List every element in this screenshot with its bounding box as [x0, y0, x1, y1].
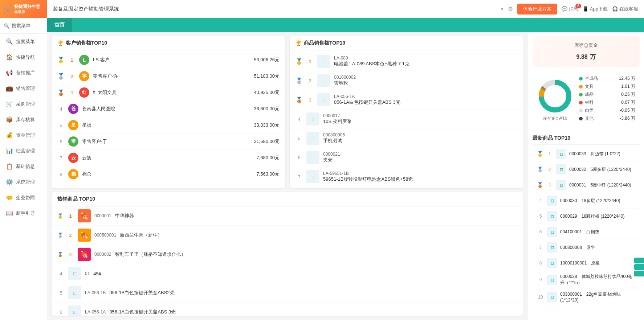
product-name: 电池盖 LA-089 ABS本色+黑种 7.1克	[334, 61, 409, 67]
list-item: 🥇 1 🍖 0000001 中华神器	[52, 206, 523, 226]
messages-button[interactable]: 💬 消息 6	[562, 6, 578, 12]
search-icon: 🔍	[4, 23, 9, 29]
rank-name: 零售客户·许	[93, 73, 250, 79]
table-row: 7 ◻ LA-59651-1B 59651-1B旋转投影灯电池盒ABS黑色+58…	[290, 167, 523, 186]
table-row: 🥈 2 ◻ 001000002 雪地靴	[290, 71, 523, 90]
dropdown-icon[interactable]: ▾	[501, 5, 504, 12]
legend-name: 材料	[585, 99, 619, 106]
product-code: LA-59651-1B	[323, 171, 413, 176]
product-img: ◻	[306, 170, 319, 183]
settings-icon[interactable]: ⚙	[508, 5, 513, 12]
legend-item: 其他 -3.86 万	[579, 115, 635, 122]
list-item: 🥉 3 🍖 0000002 智利车子里（规格不知道填什么）	[52, 245, 523, 264]
sidebar-item-8[interactable]: 📋基础信息	[0, 159, 47, 174]
product-ranking-title: 商品销售额TOP10	[304, 40, 345, 46]
trophy-icon: 🥇	[57, 57, 65, 63]
main-content: 装备及固定资产辅助管理系统 ▾ ⚙ 体验行业方案 💬 消息 6 📱 App下载 …	[47, 0, 644, 320]
list-item: 🥈 2 🍖 000500001 新西兰牛肉（新牛）	[52, 226, 523, 245]
sidebar-item-11[interactable]: 📖新手引导	[0, 205, 47, 221]
newest-img: ◻	[547, 242, 557, 253]
legend-name: 肉类	[585, 107, 617, 114]
product-code: LA-056-1A	[85, 309, 106, 315]
legend-item: 材料 0.07 万	[579, 99, 635, 106]
float-btn-community[interactable]: 服务社区	[634, 264, 644, 270]
sidebar-item-2[interactable]: 📢营销推广	[0, 65, 47, 81]
sidebar-item-10[interactable]: 🤝企业协同	[0, 190, 47, 205]
float-btn-live[interactable]: 直播	[634, 271, 644, 276]
rank-number: 4	[57, 106, 65, 112]
logo-title: 畅捷通好生意	[14, 4, 40, 10]
rank-amount: 7,563.00元	[256, 171, 280, 177]
sidebar-item-7[interactable]: 📊经营管理	[0, 143, 47, 159]
sidebar-search-area[interactable]: 🔍 搜索菜单	[0, 18, 47, 34]
newest-img: ◻	[556, 180, 566, 190]
sidebar-item-0[interactable]: 🔍搜索菜单	[0, 34, 47, 49]
product-name: 雪地靴	[334, 80, 356, 86]
topbar: 装备及固定资产辅助管理系统 ▾ ⚙ 体验行业方案 💬 消息 6 📱 App下载 …	[47, 0, 644, 18]
legend-item: 文具 1.01 万	[579, 83, 635, 90]
product-img: 🍖	[78, 229, 91, 242]
rank-amount: 21,680.00元	[254, 138, 280, 145]
product-info: 0000033 封边带 (1.0*22)	[569, 151, 635, 157]
messages-badge: 6	[575, 4, 581, 8]
nav-icon-8: 📋	[6, 163, 13, 170]
list-item: 5 ◻ 0000029 18颗粒板 (1220*2440)	[533, 209, 640, 224]
product-name: 夹壳	[323, 157, 340, 163]
online-service-button[interactable]: 🎧 在线客服	[612, 6, 638, 12]
rank-number: 6	[295, 155, 303, 160]
sidebar-item-6[interactable]: 💰资金管理	[0, 127, 47, 143]
product-code: LA-056-1A	[334, 94, 400, 99]
rank-number: 9	[537, 277, 544, 282]
sidebar-item-4[interactable]: 🛒采购管理	[0, 96, 47, 112]
top-rankings-row: 🏆 客户销售额TOP10 🥇 1 L LS 客户 53,006.26元 🥈 2 …	[52, 36, 523, 188]
product-code: LA-089	[334, 56, 409, 61]
rank-number: 6	[57, 309, 65, 315]
rank-number: 7	[537, 245, 544, 250]
product-info: 0000028 体城荔枝味苏打饮品400毫升（1*15）	[560, 274, 635, 286]
product-code: 0000021	[323, 152, 340, 157]
product-info: 10000100001 原坐	[560, 260, 635, 266]
product-img: ◻	[306, 151, 319, 164]
search-menu-button[interactable]: 🔍 搜索菜单	[4, 21, 43, 30]
sidebar-item-9[interactable]: ⚙️系统管理	[0, 174, 47, 190]
product-code: 0000017	[323, 113, 352, 118]
rank-number: 4	[537, 198, 544, 203]
sidebar-item-3[interactable]: 💼销售管理	[0, 81, 47, 96]
nav-icon-9: ⚙️	[6, 179, 13, 185]
product-code: 0000002	[94, 252, 111, 257]
float-btn-hotline[interactable]: 客服热线	[634, 258, 644, 263]
legend-name: 成品	[585, 91, 619, 98]
rank-amount: 33,333.00元	[254, 122, 280, 128]
legend-value: 1.01 万	[621, 83, 635, 90]
nav-icon-2: 📢	[6, 69, 13, 76]
rank-number: 5	[295, 136, 303, 141]
product-code: 000500001	[94, 233, 116, 238]
chart-label: 库存资金占比	[543, 116, 567, 121]
legend-dot	[579, 77, 583, 81]
sidebar-item-1[interactable]: 🏠快捷导航	[0, 49, 47, 65]
rank-number: 2	[546, 167, 553, 172]
sidebar-nav: 🔍搜索菜单🏠快捷导航📢营销推广💼销售管理🛒采购管理📦库存核算💰资金管理📊经营管理…	[0, 34, 47, 221]
rank-name: LS 客户	[93, 57, 250, 63]
tab-home[interactable]: 首页	[47, 18, 72, 32]
customer-rank-list: 🥇 1 L LS 客户 53,006.26元 🥈 2 零 零售客户·许 51,1…	[52, 50, 285, 184]
trial-button[interactable]: 体验行业方案	[517, 4, 557, 15]
hot-products-title: 热销商品 TOP10	[57, 196, 95, 202]
sidebar-item-5[interactable]: 📦库存核算	[0, 112, 47, 127]
product-name: 手机测试	[323, 138, 345, 144]
rank-number: 1	[306, 59, 314, 64]
rank-number: 5	[57, 290, 65, 296]
rank-number: 3	[68, 90, 76, 95]
rank-number: 1	[68, 57, 76, 63]
rank-amount: 51,183.00元	[254, 73, 280, 79]
legend-value: -0.05 万	[620, 107, 635, 114]
legend-value: 12.45 万	[619, 75, 635, 82]
inventory-value: 9.88 万	[538, 51, 634, 61]
product-img: ◻	[68, 305, 81, 316]
app-download-button[interactable]: 📱 App下载	[583, 6, 608, 12]
rank-number: 6	[537, 229, 544, 234]
trophy-icon: 🏆	[57, 40, 64, 46]
rank-number: 2	[306, 78, 314, 83]
list-item: 6 ◻ 004100001 白钢垫	[533, 224, 640, 240]
nav-icon-0: 🔍	[6, 38, 13, 45]
